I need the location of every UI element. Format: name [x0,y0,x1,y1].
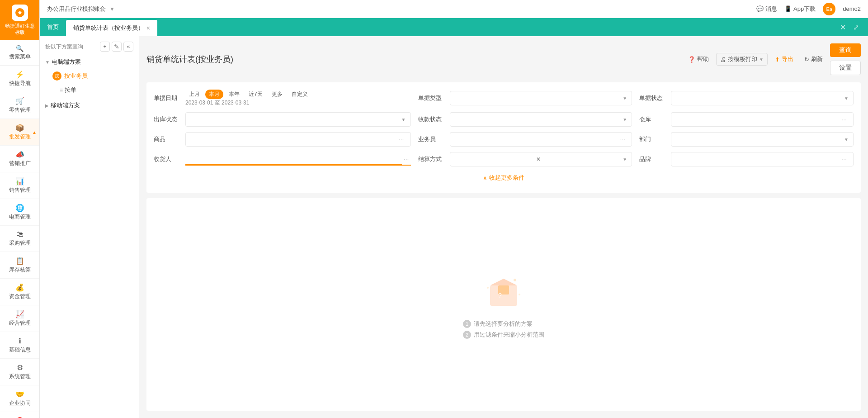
doc-type-select[interactable]: ▼ [450,91,632,105]
tab-sales-stat[interactable]: 销货单统计表（按业务员） × [66,20,157,36]
department-arrow-icon: ▼ [844,137,849,142]
print-button[interactable]: 🖨 按模板打印 ▼ [716,53,768,66]
scheme-panel-title: 按以下方案查询 [45,43,83,51]
scheme-group-pc-header[interactable]: ▼ 电脑端方案 [40,55,139,69]
tab-close-button[interactable]: × [146,24,150,32]
svg-point-4 [514,279,516,281]
help-button[interactable]: ❓ 帮助 [684,53,712,65]
topbar-title: 办公用品行业模拟账套 [47,5,106,13]
doc-status-select[interactable]: ▼ [671,91,854,105]
tab-close-window-button[interactable]: ✕ [838,21,848,33]
tab-home[interactable]: 首页 [40,18,66,36]
consignee-input[interactable] [185,153,402,165]
empty-hints: 1 请先选择要分析的方案 2 用过滤条件来缩小分析范围 [463,320,544,342]
content-header: 销货单统计表(按业务员) ❓ 帮助 🖨 按模板打印 ▼ ⬆ 导出 [146,43,861,75]
svg-marker-2 [490,279,517,285]
scheme-add-button[interactable]: + [100,42,110,52]
refresh-button[interactable]: ↻ 刷新 [801,53,826,65]
date-tab-this-year[interactable]: 本年 [225,90,243,99]
sidebar-item-inventory[interactable]: 📋 库存核算 [0,252,39,279]
sidebar-item-sales[interactable]: 📊 销售管理 [0,172,39,199]
brand-select[interactable]: ··· [671,152,854,166]
filter-date-group: 单据日期 上月 本月 本年 近7天 更多 自定义 2023-03-01 至 20… [154,90,411,107]
filter-row-4: 收货人 ··· 结算方式 ✕ ▼ [154,152,854,166]
date-picker-group: 上月 本月 本年 近7天 更多 自定义 2023-03-01 至 2023-03… [185,90,315,107]
warehouse-select[interactable]: ··· [671,112,854,127]
goods-dots[interactable]: ··· [397,136,406,143]
settings-button[interactable]: 设置 [830,61,861,75]
sidebar-item-corp[interactable]: 🤝 企业协同 [0,385,39,412]
sidebar-item-operation[interactable]: 📈 经营管理 [0,305,39,332]
export-button[interactable]: ⬆ 导出 [771,53,797,65]
receipt-status-select[interactable]: ▼ [450,112,632,127]
brand-dots[interactable]: ··· [840,156,849,163]
sidebar-item-retail[interactable]: 🛒 零售管理 [0,92,39,119]
sidebar-item-search-menu[interactable]: 🔍 搜索菜单 [0,40,39,66]
settlement-clear-icon[interactable]: ✕ [534,156,542,162]
page-content: 按以下方案查询 + ✎ « ▼ 电脑端方案 按 按业务员 ≡ [40,36,868,418]
sidebar-item-basic[interactable]: ℹ 基础信息 [0,332,39,359]
sidebar-item-quick-nav[interactable]: ⚡ 快捷导航 [0,66,39,92]
query-button[interactable]: 查询 [830,43,861,57]
out-status-select[interactable]: ▼ [185,112,411,127]
scheme-sub-icon: ≡ [60,87,63,93]
department-select[interactable]: ▼ [671,132,854,147]
doc-type-arrow-icon: ▼ [623,96,627,101]
action-buttons-group: 查询 设置 [830,43,861,75]
sidebar-item-marketing[interactable]: 📣 营销推广 [0,146,39,172]
consignee-dots[interactable]: ··· [402,155,411,162]
filter-goods-group: 商品 ··· [154,132,411,147]
print-arrow-icon: ▼ [759,57,764,62]
scheme-edit-button[interactable]: ✎ [112,42,122,52]
date-tab-more[interactable]: 更多 [268,90,286,99]
filter-doc-type-group: 单据类型 ▼ [418,91,632,105]
salesperson-select[interactable]: ··· [450,132,632,147]
filter-out-status-group: 出库状态 ▼ [154,112,411,127]
date-tab-last-7[interactable]: 近7天 [245,90,266,99]
date-tab-custom[interactable]: 自定义 [288,90,311,99]
goods-select[interactable]: ··· [185,132,411,147]
date-tab-last-month[interactable]: 上月 [185,90,203,99]
settlement-arrow-icon: ▼ [623,157,627,162]
user-name[interactable]: demo2 [843,5,861,12]
doc-status-arrow-icon: ▼ [844,96,849,101]
topbar-dropdown-arrow[interactable]: ▼ [109,6,115,12]
sidebar-item-ecommerce[interactable]: 🌐 电商管理 [0,199,39,226]
sidebar-item-newbie[interactable]: 🎯 新手引导 [0,412,39,418]
collapse-bar[interactable]: ∧ 收起更多条件 [154,170,854,185]
content-actions: ❓ 帮助 🖨 按模板打印 ▼ ⬆ 导出 ↻ 刷新 [684,43,861,75]
scheme-panel: 按以下方案查询 + ✎ « ▼ 电脑端方案 按 按业务员 ≡ [40,36,139,418]
filter-department-group: 部门 ▼ [639,132,854,147]
scheme-item-by-salesperson[interactable]: 按 按业务员 [40,69,139,83]
sidebar-logo[interactable]: 畅捷通好生意 标版 [0,0,39,40]
user-avatar-text: Ea [826,6,832,12]
salesperson-dots[interactable]: ··· [618,136,627,143]
tab-maximize-button[interactable]: ⤢ [851,21,861,33]
messages-button[interactable]: 💬 消息 [756,5,777,13]
print-icon: 🖨 [720,56,726,63]
filter-brand-group: 品牌 ··· [639,152,854,166]
filter-consignee-group: 收货人 ··· [154,153,411,166]
sidebar-item-wholesale[interactable]: 📦 批发管理 ▲ [0,119,39,146]
warehouse-dots[interactable]: ··· [840,116,849,123]
sidebar-item-purchase[interactable]: 🛍 采购管理 [0,226,39,252]
date-tab-this-month[interactable]: 本月 [205,90,223,99]
tabbar: 首页 销货单统计表（按业务员） × ✕ ⤢ [40,18,868,36]
scheme-collapse-button[interactable]: « [123,42,133,52]
receipt-status-arrow-icon: ▼ [623,117,627,122]
settlement-select[interactable]: ✕ ▼ [450,152,632,166]
filter-row-3: 商品 ··· 业务员 ··· 部门 [154,132,854,147]
scheme-group-mobile-header[interactable]: ▶ 移动端方案 [40,99,139,112]
scheme-group-pc-arrow: ▼ [45,60,50,65]
brand-label: 品牌 [639,155,671,163]
app-download-button[interactable]: 📱 App下载 [784,5,816,13]
date-label: 单据日期 [154,94,185,102]
topbar-right: 💬 消息 📱 App下载 Ea demo2 [756,3,861,15]
sidebar-item-system[interactable]: ⚙ 系统管理 [0,359,39,385]
svg-text:?: ? [498,292,502,299]
avatar[interactable]: Ea [823,3,835,15]
scheme-group-mobile-label: 移动端方案 [51,101,80,109]
warehouse-label: 仓库 [639,115,671,124]
sidebar-item-finance[interactable]: 💰 资金管理 [0,279,39,305]
scheme-sub-item-by-order[interactable]: ≡ 按单 [40,83,139,97]
